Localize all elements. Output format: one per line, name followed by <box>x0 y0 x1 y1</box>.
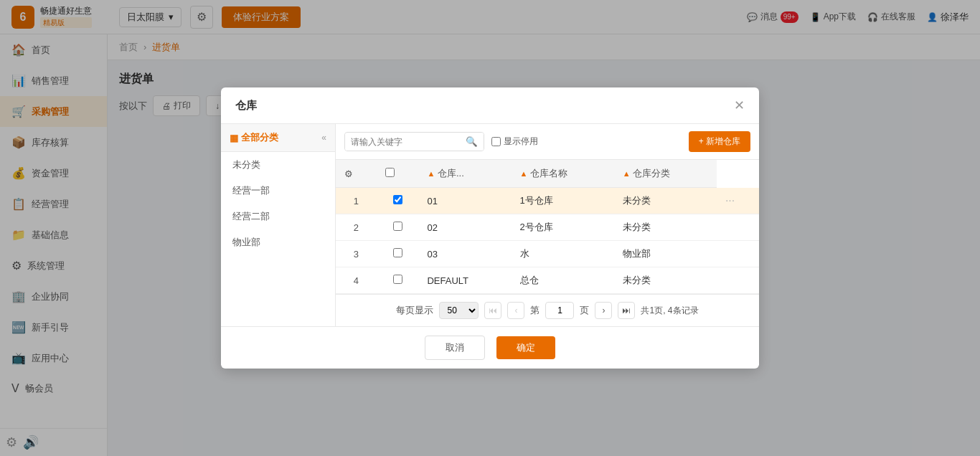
first-page-btn[interactable]: ⏮ <box>484 302 501 319</box>
row-code: 02 <box>418 214 511 241</box>
category-item[interactable]: 经营二部 <box>221 204 335 229</box>
row-checkbox-cell[interactable] <box>377 188 419 214</box>
table-row[interactable]: 3 03 水 物业部 <box>336 241 759 267</box>
row-checkbox[interactable] <box>393 195 402 204</box>
category-panel: ▦ 全部分类 « 未分类经营一部经营二部物业部 <box>221 124 336 326</box>
dialog-body: ▦ 全部分类 « 未分类经营一部经营二部物业部 🔍 <box>221 124 759 326</box>
search-box: 🔍 <box>344 132 484 151</box>
row-category: 未分类 <box>614 214 717 241</box>
row-checkbox-cell[interactable] <box>377 241 419 267</box>
last-page-btn[interactable]: ⏭ <box>618 302 635 319</box>
col-settings: ⚙ <box>336 160 377 188</box>
row-name: 2号仓库 <box>512 214 614 241</box>
table-row[interactable]: 4 DEFAULT 总仓 未分类 <box>336 267 759 294</box>
row-num: 2 <box>336 214 377 241</box>
row-checkbox[interactable] <box>393 222 402 231</box>
show-disabled-label[interactable]: 显示停用 <box>491 136 538 148</box>
select-all-checkbox[interactable] <box>385 168 395 177</box>
row-num: 4 <box>336 267 377 294</box>
category-panel-header: ▦ 全部分类 « <box>221 124 335 152</box>
row-name: 总仓 <box>512 267 614 294</box>
warehouse-table-wrap: ⚙ ▲ 仓库... ▲ 仓库名称 ▲ 仓库分类 1 01 1号仓库 未分类 ··… <box>336 160 759 294</box>
row-checkbox[interactable] <box>393 248 402 257</box>
dialog-title: 仓库 <box>235 99 257 113</box>
category-item[interactable]: 物业部 <box>221 229 335 255</box>
row-code: 03 <box>418 241 511 267</box>
row-name: 1号仓库 <box>512 188 614 214</box>
row-category: 未分类 <box>614 267 717 294</box>
row-name: 水 <box>512 241 614 267</box>
page-size-select[interactable]: 102050100 <box>439 302 479 319</box>
table-panel: 🔍 显示停用 + 新增仓库 ⚙ <box>336 124 759 326</box>
row-code: 01 <box>418 188 511 214</box>
row-num: 1 <box>336 188 377 214</box>
col-code: ▲ 仓库... <box>418 160 511 188</box>
category-item[interactable]: 未分类 <box>221 152 335 178</box>
warehouse-dialog: 仓库 ✕ ▦ 全部分类 « 未分类经营一部经营二部物业部 <box>221 87 759 369</box>
col-checkbox <box>377 160 419 188</box>
new-warehouse-btn[interactable]: + 新增仓库 <box>689 131 750 152</box>
collapse-panel-btn[interactable]: « <box>321 133 326 143</box>
confirm-btn[interactable]: 确定 <box>496 336 555 359</box>
dialog-footer: 取消 确定 <box>221 326 759 369</box>
row-checkbox-cell[interactable] <box>377 214 419 241</box>
col-category: ▲ 仓库分类 <box>614 160 717 188</box>
table-row[interactable]: 1 01 1号仓库 未分类 ··· <box>336 188 759 214</box>
table-header-row: ⚙ ▲ 仓库... ▲ 仓库名称 ▲ 仓库分类 <box>336 160 759 188</box>
row-checkbox[interactable] <box>393 275 402 284</box>
row-num: 3 <box>336 241 377 267</box>
row-category: 未分类 <box>614 188 717 214</box>
warehouse-table: ⚙ ▲ 仓库... ▲ 仓库名称 ▲ 仓库分类 1 01 1号仓库 未分类 ··… <box>336 160 759 294</box>
row-checkbox-cell[interactable] <box>377 267 419 294</box>
row-more-btn[interactable]: ··· <box>725 194 735 206</box>
search-btn[interactable]: 🔍 <box>460 133 484 151</box>
right-toolbar: 🔍 显示停用 + 新增仓库 <box>336 124 759 160</box>
search-input[interactable] <box>345 133 460 151</box>
cancel-btn[interactable]: 取消 <box>425 336 485 360</box>
all-category-btn[interactable]: ▦ 全部分类 <box>230 131 278 144</box>
table-row[interactable]: 2 02 2号仓库 未分类 <box>336 214 759 241</box>
show-disabled-checkbox[interactable] <box>491 137 501 146</box>
col-name: ▲ 仓库名称 <box>512 160 614 188</box>
dialog-header: 仓库 ✕ <box>221 87 759 124</box>
row-code: DEFAULT <box>418 267 511 294</box>
row-category: 物业部 <box>614 241 717 267</box>
prev-page-btn[interactable]: ‹ <box>507 302 524 319</box>
category-item[interactable]: 经营一部 <box>221 178 335 204</box>
dialog-close-btn[interactable]: ✕ <box>734 98 745 113</box>
next-page-btn[interactable]: › <box>595 302 612 319</box>
category-list: 未分类经营一部经营二部物业部 <box>221 152 335 326</box>
modal-overlay: 仓库 ✕ ▦ 全部分类 « 未分类经营一部经营二部物业部 <box>0 0 980 456</box>
pagination: 每页显示 102050100 ⏮ ‹ 第 页 › ⏭ 共1页, 4条记录 <box>336 294 759 326</box>
page-input[interactable] <box>545 302 574 319</box>
